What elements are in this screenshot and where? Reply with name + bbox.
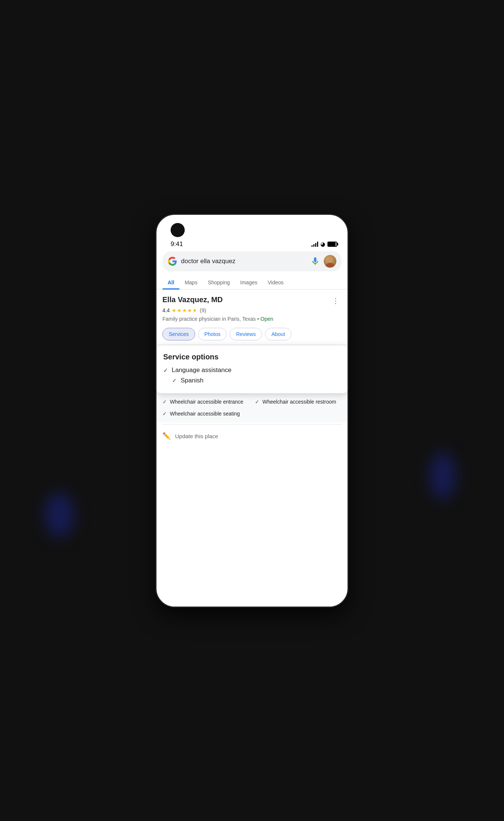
business-card: Ella Vazquez, MD ⋮ 4.4 ★ ★ ★ ★ ★ ★ (9) [156,290,348,346]
tab-shopping[interactable]: Shopping [203,276,235,289]
status-bar: 9:41 ◕ [156,215,348,248]
spanish-label: Spanish [181,377,203,384]
phone-frame: 9:41 ◕ [155,214,349,608]
check-icon-restroom: ✓ [255,399,259,405]
update-place[interactable]: ✏️ Update this place [156,426,348,446]
rating-row: 4.4 ★ ★ ★ ★ ★ ★ (9) [162,307,342,313]
search-container: doctor ella vazquez [156,248,348,276]
search-input[interactable]: doctor ella vazquez [181,258,307,265]
update-place-text: Update this place [175,433,218,439]
check-icon-entrance: ✓ [162,399,167,405]
check-icon-spanish: ✓ [172,377,177,384]
camera-notch [171,223,185,237]
wifi-icon: ◕ [320,241,325,248]
service-options-title: Service options [163,353,341,361]
search-tabs: All Maps Shopping Images Videos [156,276,348,290]
service-sub-item-spanish: ✓ Spanish [172,377,341,384]
access-item-seating: ✓ Wheelchair accessible seating [162,410,249,418]
accessible-seating-label: Wheelchair accessible seating [170,410,240,418]
chip-photos[interactable]: Photos [198,328,227,340]
search-bar[interactable]: doctor ella vazquez [162,251,342,271]
tab-maps[interactable]: Maps [180,276,203,289]
business-description: Family practice physician in Paris, Texa… [162,316,342,323]
status-time: 9:41 [171,240,183,248]
star-2: ★ [177,307,182,313]
accessible-restroom-label: Wheelchair accessible restroom [262,398,336,406]
avatar[interactable] [324,255,336,268]
rating-number: 4.4 [162,307,169,313]
check-icon-language: ✓ [163,367,168,374]
accessibility-section: ✓ Wheelchair accessible entrance ✓ Wheel… [156,393,348,423]
tab-images[interactable]: Images [235,276,262,289]
avatar-image [324,255,336,268]
edit-icon: ✏️ [162,432,171,440]
mic-icon[interactable] [310,256,320,266]
review-count: (9) [200,307,206,313]
check-icon-seating: ✓ [162,411,167,417]
star-3: ★ [182,307,187,313]
access-item-entrance: ✓ Wheelchair accessible entrance [162,398,249,406]
chip-services[interactable]: Services [162,328,195,340]
more-options-icon[interactable]: ⋮ [330,295,342,306]
access-item-restroom: ✓ Wheelchair accessible restroom [255,398,342,406]
chip-about[interactable]: About [265,328,291,340]
chip-reviews[interactable]: Reviews [230,328,262,340]
status-icons: ◕ [311,241,337,248]
svg-point-0 [327,258,333,263]
page-wrapper: 9:41 ◕ [0,0,504,821]
accessible-entrance-label: Wheelchair accessible entrance [170,398,243,406]
tab-videos[interactable]: Videos [262,276,289,289]
google-logo [168,256,177,266]
action-chips: Services Photos Reviews About [162,328,342,340]
battery-icon [327,242,337,247]
accessibility-grid: ✓ Wheelchair accessible entrance ✓ Wheel… [162,398,342,417]
tab-all[interactable]: All [162,276,180,289]
star-half: ★ ★ [193,307,197,313]
star-1: ★ [172,307,177,313]
business-header: Ella Vazquez, MD ⋮ [162,295,342,306]
star-4: ★ [187,307,192,313]
service-options-card: Service options ✓ Language assistance ✓ … [156,345,348,393]
open-status: Open [261,316,273,322]
svg-point-1 [326,263,335,268]
stars: ★ ★ ★ ★ ★ ★ [172,307,197,313]
business-name: Ella Vazquez, MD [162,295,223,304]
shadow-left [45,492,74,537]
shadow-right [430,452,456,500]
signal-icon [311,242,318,247]
divider [162,424,342,424]
service-item-language: ✓ Language assistance [163,366,341,374]
language-assistance-label: Language assistance [172,366,232,374]
